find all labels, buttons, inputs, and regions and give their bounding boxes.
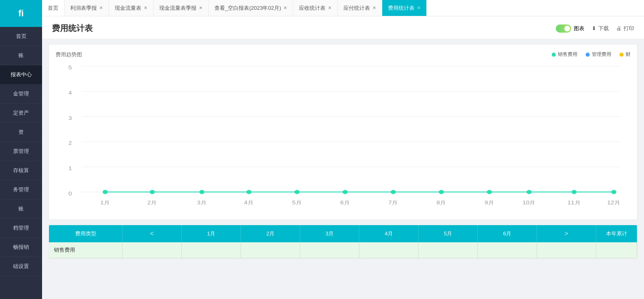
table-header-m6: 6月: [478, 225, 537, 242]
table-header: 费用类型 < 1月 2月 3月 4月 5月 6月 > 本年累计: [49, 225, 637, 242]
svg-text:12月: 12月: [607, 200, 620, 206]
sidebar-item-account[interactable]: 账: [0, 46, 42, 65]
close-icon[interactable]: ✕: [328, 5, 332, 11]
sidebar-item-reports[interactable]: 报表中心: [0, 65, 42, 84]
legend-label-finance: 财: [626, 51, 631, 58]
table-header-m5: 5月: [419, 225, 478, 242]
print-icon: 🖨: [616, 25, 622, 31]
svg-text:3: 3: [69, 115, 72, 121]
table-header-m3: 3月: [300, 225, 359, 242]
download-label: 下载: [598, 25, 609, 32]
table-cell-nav-placeholder: [123, 242, 182, 258]
svg-point-28: [294, 190, 300, 194]
sidebar-item-ledger[interactable]: 账: [0, 199, 42, 219]
sidebar-item-salary[interactable]: 资: [0, 123, 42, 142]
page-content: 费用统计表 图表 ⬇ 下载 🖨 打印 费用趋势图: [42, 16, 644, 299]
chart-toggle-wrap: 图表: [556, 24, 584, 33]
svg-text:0: 0: [69, 190, 72, 196]
legend-dot-sales: [552, 53, 556, 57]
tab-bar: 首页 利润表季报 ✕ 现金流量表 ✕ 现金流量表季报 ✕ 查看_空白报表(202…: [42, 0, 644, 16]
svg-point-32: [487, 190, 492, 194]
tab-cashflow-q[interactable]: 现金流量表季报 ✕: [154, 0, 209, 16]
svg-text:9月: 9月: [484, 200, 494, 206]
sidebar-item-expense[interactable]: 畅报销: [0, 238, 42, 257]
legend-label-admin: 管理费用: [592, 51, 611, 58]
table-header-m4: 4月: [359, 225, 419, 242]
svg-point-30: [390, 190, 396, 194]
svg-point-26: [199, 190, 205, 194]
table-header-m2: 2月: [241, 225, 300, 242]
close-icon[interactable]: ✕: [283, 5, 287, 11]
table-cell-m6: [478, 242, 537, 258]
table-cell-ytd: [596, 242, 637, 258]
svg-text:4月: 4月: [244, 200, 254, 206]
svg-text:2月: 2月: [147, 200, 157, 206]
sidebar-item-task[interactable]: 务管理: [0, 180, 42, 199]
table-row: 销售费用: [49, 242, 637, 258]
table-cell-nav-placeholder2: [537, 242, 596, 258]
svg-text:5月: 5月: [292, 200, 302, 206]
table-cell-m3: [300, 242, 359, 258]
svg-point-34: [571, 190, 577, 194]
legend-dot-finance: [619, 53, 624, 57]
table-cell-m2: [241, 242, 300, 258]
chart-svg: 0 1 2 3 4 5 1月 2月 3月: [56, 62, 631, 213]
sidebar-item-settings[interactable]: 础设置: [0, 257, 42, 276]
close-icon[interactable]: ✕: [199, 5, 203, 11]
table-nav-prev[interactable]: <: [123, 225, 182, 242]
legend-dot-admin: [586, 53, 590, 57]
legend-sales: 销售费用: [552, 51, 577, 58]
svg-text:3月: 3月: [197, 200, 207, 206]
close-icon[interactable]: ✕: [99, 5, 103, 11]
chart-area: 0 1 2 3 4 5 1月 2月 3月: [56, 62, 631, 213]
chart-toggle-label: 图表: [574, 25, 584, 32]
page-title: 费用统计表: [52, 23, 93, 34]
sidebar-item-home[interactable]: 首页: [0, 27, 42, 46]
tab-home[interactable]: 首页: [42, 0, 65, 16]
table-header-ytd: 本年累计: [596, 225, 637, 242]
next-arrow-icon[interactable]: >: [564, 230, 568, 237]
svg-text:1月: 1月: [100, 200, 110, 206]
svg-text:11月: 11月: [568, 200, 581, 206]
chart-section: 费用趋势图 销售费用 管理费用 财: [49, 44, 637, 220]
svg-text:8月: 8月: [437, 200, 446, 206]
download-button[interactable]: ⬇ 下载: [592, 25, 609, 32]
sidebar-item-invoice[interactable]: 票管理: [0, 142, 42, 161]
sidebar-item-inventory[interactable]: 存核算: [0, 161, 42, 180]
table-cell-type: 销售费用: [49, 242, 123, 258]
sidebar-item-archive[interactable]: 档管理: [0, 219, 42, 238]
svg-point-31: [439, 190, 444, 194]
tab-expense-stat[interactable]: 费用统计表 ✕: [382, 0, 427, 16]
tab-payable[interactable]: 应付统计表 ✕: [338, 0, 382, 16]
legend-finance: 财: [619, 51, 631, 58]
close-icon[interactable]: ✕: [144, 5, 147, 11]
chart-toggle[interactable]: [556, 24, 571, 33]
tab-profit[interactable]: 利润表季报 ✕: [65, 0, 109, 16]
sidebar-logo: fi: [0, 0, 42, 27]
svg-text:5: 5: [69, 65, 72, 71]
table-cell-m1: [182, 242, 241, 258]
svg-point-27: [246, 190, 252, 194]
prev-arrow-icon[interactable]: <: [150, 230, 154, 237]
chart-legend: 销售费用 管理费用 财: [552, 51, 631, 58]
close-icon[interactable]: ✕: [372, 5, 376, 11]
sidebar-item-assets[interactable]: 定资产: [0, 104, 42, 123]
svg-text:6月: 6月: [340, 200, 350, 206]
legend-admin: 管理费用: [586, 51, 611, 58]
close-icon[interactable]: ✕: [417, 5, 421, 11]
sidebar: fi 首页 账 报表中心 金管理 定资产 资 票管理 存核算 务管理 账 档管理…: [0, 0, 42, 299]
svg-text:7月: 7月: [388, 200, 398, 206]
table-cell-m5: [419, 242, 478, 258]
download-icon: ⬇: [592, 25, 596, 31]
sidebar-item-finance[interactable]: 金管理: [0, 84, 42, 104]
svg-text:1: 1: [69, 166, 72, 171]
table-cell-m4: [359, 242, 419, 258]
table-header-type: 费用类型: [49, 225, 123, 242]
page-header: 费用统计表 图表 ⬇ 下载 🖨 打印: [42, 16, 644, 39]
svg-text:2: 2: [69, 140, 72, 146]
table-nav-next[interactable]: >: [537, 225, 596, 242]
tab-cashflow[interactable]: 现金流量表 ✕: [109, 0, 154, 16]
tab-blank[interactable]: 查看_空白报表(2023年02月) ✕: [209, 0, 293, 16]
tab-receivable[interactable]: 应收统计表 ✕: [293, 0, 338, 16]
print-button[interactable]: 🖨 打印: [616, 25, 634, 32]
